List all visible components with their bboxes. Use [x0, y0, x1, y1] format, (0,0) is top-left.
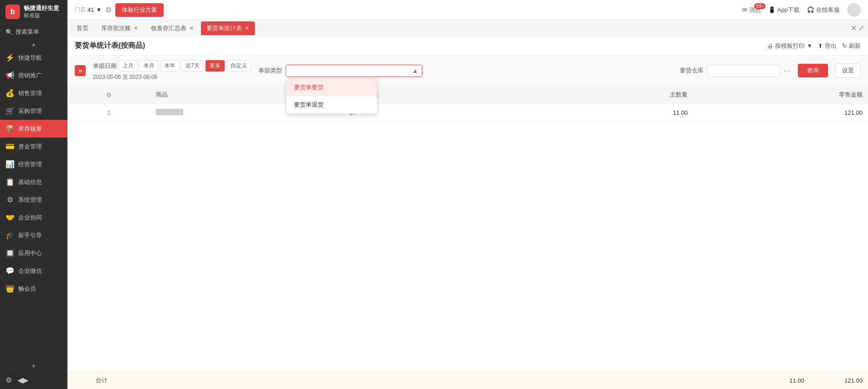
tab-home[interactable]: 首页 — [71, 21, 94, 35]
settings-footer-icon[interactable]: ⚙ — [5, 376, 12, 384]
expand-tabs-btn[interactable]: ⤢ — [858, 24, 864, 32]
close-tab-receipt-summary[interactable]: ✕ — [189, 25, 194, 31]
guide-icon: 🎓 — [5, 231, 15, 240]
sidebar-nav: ⚡ 快捷导航 📢 营销推广 💰 销售管理 🛒 采购管理 📦 库存核算 💳 资金管… — [0, 49, 67, 362]
print-btn[interactable]: 🖨 按模板打印 ▼ — [767, 42, 812, 50]
type-select[interactable]: ▲ 要货单要货 要货单退货 — [286, 65, 422, 77]
sidebar-item-inventory[interactable]: 📦 库存核算 — [0, 120, 67, 138]
finance-icon: 💳 — [5, 142, 15, 151]
close-tab-order-stats[interactable]: ✕ — [245, 25, 249, 31]
date-buttons: 单据日期 上月 本月 本年 近7天 更多 自定义 — [93, 60, 251, 72]
headset-icon: 🎧 — [807, 6, 814, 13]
close-tab-inventory-batch[interactable]: ✕ — [134, 25, 138, 31]
app-download-btn[interactable]: 📱 App下载 — [768, 6, 800, 14]
table-header-qty: 主数量 — [548, 86, 693, 104]
page-title: 要货单统计表(按商品) — [75, 41, 145, 51]
date-btn-last-month[interactable]: 上月 — [118, 60, 138, 72]
tab-receipt-summary[interactable]: 收发存汇总表 ✕ — [145, 21, 199, 35]
topbar-right: ✉ 消息 99+ 📱 App下载 🎧 在线客服 — [742, 3, 861, 17]
table-header-amount: 零售金额 — [693, 86, 868, 104]
export-btn[interactable]: ⬆ 导出 — [818, 42, 837, 50]
query-button[interactable]: 查询 — [798, 64, 828, 77]
warehouse-input[interactable] — [707, 65, 780, 77]
warehouse-label: 要货仓库 — [680, 67, 704, 75]
store-selector[interactable]: 门店 41 ▼ — [75, 6, 102, 14]
operations-icon: 📊 — [5, 160, 15, 169]
sidebar-item-app-center[interactable]: 🔲 应用中心 — [0, 244, 67, 262]
inventory-icon: 📦 — [5, 124, 15, 133]
online-service-btn[interactable]: 🎧 在线客服 — [807, 6, 840, 14]
close-all-tabs-btn[interactable]: ✕ — [851, 24, 857, 32]
messages-btn[interactable]: ✉ 消息 99+ — [742, 6, 761, 14]
logo-icon: b — [5, 5, 20, 19]
sidebar-item-quick-nav[interactable]: ⚡ 快捷导航 — [0, 49, 67, 67]
sidebar-item-enterprise[interactable]: 🤝 企业协同 — [0, 209, 67, 226]
trial-button[interactable]: 体验行业方案 — [115, 3, 164, 17]
logo-area: b 畅捷通好生意 标准版 — [0, 0, 67, 24]
refresh-btn[interactable]: ↻ 刷新 — [842, 42, 861, 50]
row-seq: 1 — [67, 104, 150, 122]
collapse-icon[interactable]: ◀▶ — [17, 376, 28, 384]
topbar-left: 门店 41 ▼ ⚙ 体验行业方案 — [75, 3, 735, 17]
date-btn-this-month[interactable]: 本月 — [139, 60, 159, 72]
table-header: ⚙ 商品 主计量单位 主数量 零售金额 — [67, 86, 868, 104]
filter-type-group: 单据类型 ▲ 要货单要货 要货单退货 — [258, 65, 673, 77]
refresh-icon: ↻ — [842, 42, 847, 49]
warehouse-more-btn[interactable]: ··· — [784, 66, 791, 76]
scroll-down-btn[interactable]: ▼ — [0, 362, 67, 371]
sidebar-item-sales[interactable]: 💰 销售管理 — [0, 84, 67, 102]
table-footer-wrapper: 合计 11.00 121.00 — [67, 371, 868, 389]
sidebar-item-operations[interactable]: 📊 经营管理 — [0, 155, 67, 173]
sidebar-item-guide[interactable]: 🎓 新手引导 — [0, 226, 67, 244]
table-body: 1 块 11.00 121.00 — [67, 104, 868, 122]
filter-warehouse-group: 要货仓库 ··· — [680, 65, 791, 77]
sidebar-item-basic-info[interactable]: 📋 基础信息 — [0, 173, 67, 191]
sidebar-item-wechat[interactable]: 💬 企业微信 — [0, 262, 67, 280]
chevron-up-icon: ▲ — [412, 67, 418, 74]
product-name-blurred — [156, 109, 183, 115]
dropdown-item-order[interactable]: 要货单要货 — [287, 79, 377, 96]
message-icon: ✉ — [742, 6, 747, 13]
dropdown-item-return[interactable]: 要货单退货 — [287, 96, 377, 113]
marketing-icon: 📢 — [5, 71, 15, 80]
main-area: 门店 41 ▼ ⚙ 体验行业方案 ✉ 消息 99+ 📱 App下载 🎧 在线客服 — [67, 0, 868, 389]
search-menu[interactable]: 🔍 搜索菜单 — [0, 24, 67, 40]
tab-inventory-batch[interactable]: 库存批次账 ✕ — [96, 21, 144, 35]
purchase-icon: 🛒 — [5, 107, 15, 115]
sidebar-item-system[interactable]: ⚙ 系统管理 — [0, 191, 67, 209]
date-btn-more[interactable]: 更多 — [205, 60, 225, 72]
chevron-down-icon: ▼ — [96, 6, 102, 13]
total-qty: 11.00 — [768, 377, 804, 384]
export-icon: ⬆ — [818, 42, 823, 49]
search-icon: 🔍 — [5, 29, 13, 36]
tab-order-stats[interactable]: 要货单统计表 ✕ — [201, 21, 255, 35]
settings-icon[interactable]: ⚙ — [105, 5, 112, 14]
sidebar-item-marketing[interactable]: 📢 营销推广 — [0, 67, 67, 84]
basic-info-icon: 📋 — [5, 178, 15, 186]
date-btn-custom[interactable]: 自定义 — [226, 60, 251, 72]
tabbar-actions: ✕ ⤢ — [851, 24, 864, 32]
total-label: 合计 — [96, 376, 187, 384]
table-row: 1 块 11.00 121.00 — [67, 104, 868, 122]
sidebar: b 畅捷通好生意 标准版 🔍 搜索菜单 ▲ ⚡ 快捷导航 📢 营销推广 💰 销售… — [0, 0, 67, 389]
table-footer: 合计 11.00 121.00 — [67, 371, 868, 389]
sidebar-item-purchase[interactable]: 🛒 采购管理 — [0, 102, 67, 120]
filter-expand-btn[interactable]: » — [75, 65, 86, 76]
topbar: 门店 41 ▼ ⚙ 体验行业方案 ✉ 消息 99+ 📱 App下载 🎧 在线客服 — [67, 0, 868, 20]
row-amount: 121.00 — [693, 104, 868, 122]
date-btn-this-year[interactable]: 本年 — [160, 60, 180, 72]
filter-bar: » 单据日期 上月 本月 本年 近7天 更多 自定义 2023-05-06 至 … — [67, 56, 868, 86]
tabbar: 首页 库存批次账 ✕ 收发存汇总表 ✕ 要货单统计表 ✕ ✕ ⤢ — [67, 20, 868, 36]
avatar[interactable] — [847, 3, 861, 17]
filter-settings-button[interactable]: 设置 — [835, 63, 861, 78]
sidebar-item-finance[interactable]: 💳 资金管理 — [0, 138, 67, 155]
sidebar-item-member[interactable]: 👑 畅会员 — [0, 280, 67, 297]
table-header-settings[interactable]: ⚙ — [67, 86, 150, 104]
type-select-value — [290, 67, 292, 74]
scroll-up-btn[interactable]: ▲ — [0, 40, 67, 49]
filter-date-group: 单据日期 上月 本月 本年 近7天 更多 自定义 2023-05-06 至 20… — [93, 60, 251, 81]
app-center-icon: 🔲 — [5, 249, 15, 257]
sidebar-footer: ⚙ ◀▶ — [0, 371, 67, 389]
date-btn-last7days[interactable]: 近7天 — [181, 60, 204, 72]
sales-icon: 💰 — [5, 89, 15, 97]
